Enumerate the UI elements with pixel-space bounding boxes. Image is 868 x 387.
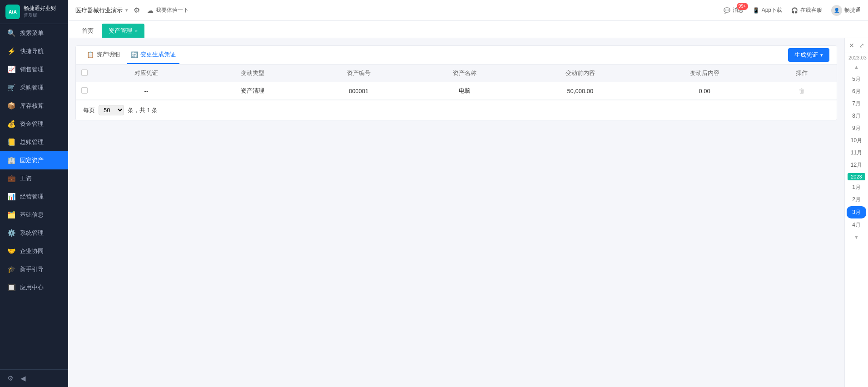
per-page-label: 每页	[83, 106, 95, 114]
cell-change-type: 资产清理	[199, 82, 306, 100]
month-item[interactable]: 10月	[845, 134, 868, 147]
panel-expand-icon[interactable]: ⤢	[858, 41, 865, 50]
sidebar-item-quicknav[interactable]: ⚡快捷导航	[0, 42, 68, 60]
sidebar-scroll: 🔍搜索菜单⚡快捷导航📈销售管理🛒采购管理📦库存核算💰资金管理📒总账管理🏢固定资产…	[0, 24, 68, 369]
change-voucher-icon: 🔄	[131, 51, 138, 58]
settings-icon[interactable]: ⚙	[7, 374, 13, 382]
sub-tab-change-voucher-label: 变更生成凭证	[140, 50, 176, 59]
online-service-label: 在线客服	[800, 6, 822, 14]
cell-after-value: 0.00	[642, 82, 767, 100]
search-icon: 🔍	[7, 29, 15, 37]
main-card: 📋 资产明细 🔄 变更生成凭证 生成凭证 ▾	[75, 45, 837, 120]
col-voucher: 对应凭证	[93, 64, 199, 82]
enterprise-icon: 🤝	[7, 247, 15, 255]
app-title-block: 畅捷通好业财 普及版	[24, 5, 56, 19]
experience-button[interactable]: ☁ 我要体验一下	[147, 6, 188, 14]
scroll-down-btn[interactable]: ▼	[845, 231, 868, 243]
panel-header: ✕ ⤢	[845, 38, 868, 53]
sidebar-item-search[interactable]: 🔍搜索菜单	[0, 24, 68, 42]
row-checkbox[interactable]	[81, 87, 88, 94]
sidebar-item-funds[interactable]: 💰资金管理	[0, 115, 68, 133]
sidebar-item-payroll[interactable]: 💼工资	[0, 169, 68, 188]
scroll-up-btn[interactable]: ▲	[845, 61, 868, 73]
sidebar-item-guide[interactable]: 🎓新手引导	[0, 260, 68, 278]
sidebar-item-system[interactable]: ⚙️系统管理	[0, 224, 68, 242]
delete-icon[interactable]: 🗑	[799, 87, 805, 94]
sidebar-item-ledger[interactable]: 📒总账管理	[0, 133, 68, 151]
sidebar-item-management[interactable]: 📊经营管理	[0, 188, 68, 206]
app-title: 畅捷通好业财	[24, 5, 56, 12]
per-page-select[interactable]: 50 10 20 100	[99, 105, 124, 115]
change-table: 对应凭证 变动类型 资产编号 资产名称 变动前内容 变动后内容 操作 -	[76, 64, 837, 100]
cell-before-value: 50,000.00	[518, 82, 642, 100]
sidebar-label-inventory: 库存核算	[20, 102, 44, 110]
company-name: 医疗器械行业演示	[75, 6, 123, 15]
col-asset-name: 资产名称	[412, 64, 518, 82]
col-before: 变动前内容	[518, 64, 642, 82]
funds-icon: 💰	[7, 120, 15, 128]
sidebar-label-quicknav: 快捷导航	[20, 47, 44, 55]
sidebar-label-management: 经营管理	[20, 193, 44, 201]
month-item[interactable]: 2月	[845, 194, 868, 206]
user-menu[interactable]: 👤 畅捷通	[831, 5, 861, 16]
tab-close-icon[interactable]: ×	[135, 28, 138, 34]
sub-tab-change-voucher[interactable]: 🔄 变更生成凭证	[127, 46, 179, 64]
collapse-icon[interactable]: ◀	[20, 374, 26, 382]
sidebar-header: AtA 畅捷通好业财 普及版	[0, 0, 68, 24]
app-subtitle: 普及版	[24, 12, 56, 19]
app-download-button[interactable]: 📱 App下载	[753, 6, 782, 14]
quicknav-icon: ⚡	[7, 47, 15, 55]
sidebar-item-appcenter[interactable]: 🔲应用中心	[0, 278, 68, 297]
appcenter-icon: 🔲	[7, 283, 15, 292]
sidebar-label-purchase: 采购管理	[20, 84, 44, 92]
message-icon: 💬	[724, 7, 730, 14]
online-service-button[interactable]: 🎧 在线客服	[791, 6, 822, 14]
cell-voucher: --	[93, 82, 199, 100]
header-checkbox[interactable]	[81, 69, 88, 76]
app-download-label: App下载	[762, 6, 782, 14]
main-area: 医疗器械行业演示 ▾ ⚙ ☁ 我要体验一下 💬 消息 99+ 📱 App下载 🎧…	[68, 0, 868, 387]
tab-home[interactable]: 首页	[75, 24, 100, 38]
month-item[interactable]: 9月	[845, 122, 868, 134]
month-item[interactable]: 12月	[845, 159, 868, 171]
sidebar-item-assets[interactable]: 🏢固定资产	[0, 151, 68, 169]
sub-tab-asset-detail[interactable]: 📋 资产明细	[83, 46, 124, 64]
month-item[interactable]: 1月	[845, 181, 868, 194]
company-selector[interactable]: 医疗器械行业演示 ▾	[75, 6, 128, 15]
col-change-type: 变动类型	[199, 64, 306, 82]
table-header-row: 对应凭证 变动类型 资产编号 资产名称 变动前内容 变动后内容 操作	[76, 64, 837, 82]
sidebar-item-basicinfo[interactable]: 🗂️基础信息	[0, 206, 68, 224]
asset-detail-icon: 📋	[87, 51, 94, 58]
month-item[interactable]: 8月	[845, 110, 868, 122]
sidebar-item-sales[interactable]: 📈销售管理	[0, 60, 68, 79]
panel-close-icon[interactable]: ✕	[848, 41, 855, 50]
sub-tab-asset-detail-label: 资产明细	[96, 50, 120, 59]
month-item[interactable]: 11月	[845, 147, 868, 159]
year-badge[interactable]: 2023	[848, 173, 865, 180]
col-asset-code: 资产编号	[306, 64, 412, 82]
page-content: 📋 资产明细 🔄 变更生成凭证 生成凭证 ▾	[68, 38, 844, 387]
month-item[interactable]: 3月	[847, 206, 866, 218]
settings-gear-icon[interactable]: ⚙	[134, 6, 140, 15]
month-item[interactable]: 7月	[845, 98, 868, 110]
sidebar-item-enterprise[interactable]: 🤝企业协同	[0, 242, 68, 260]
sidebar-item-inventory[interactable]: 📦库存核算	[0, 97, 68, 115]
month-item[interactable]: 4月	[845, 219, 868, 231]
sidebar-label-search: 搜索菜单	[20, 29, 44, 37]
company-dropdown-arrow: ▾	[125, 7, 128, 13]
tab-asset-management[interactable]: 资产管理 ×	[102, 24, 144, 38]
topbar: 医疗器械行业演示 ▾ ⚙ ☁ 我要体验一下 💬 消息 99+ 📱 App下载 🎧…	[68, 0, 868, 21]
experience-text: 我要体验一下	[156, 6, 188, 14]
month-item[interactable]: 6月	[845, 85, 868, 98]
messages-button[interactable]: 💬 消息 99+	[724, 6, 744, 14]
logo-text: AtA	[9, 10, 17, 15]
sidebar-label-basicinfo: 基础信息	[20, 211, 44, 219]
topbar-right: 💬 消息 99+ 📱 App下载 🎧 在线客服 👤 畅捷通	[724, 5, 861, 16]
sidebar-item-purchase[interactable]: 🛒采购管理	[0, 79, 68, 97]
sidebar-label-system: 系统管理	[20, 229, 44, 237]
current-year-label: 2023.03	[845, 53, 868, 61]
generate-voucher-button[interactable]: 生成凭证 ▾	[788, 48, 829, 62]
inventory-icon: 📦	[7, 102, 15, 110]
month-item[interactable]: 5月	[845, 73, 868, 85]
sidebar-label-assets: 固定资产	[20, 156, 44, 164]
